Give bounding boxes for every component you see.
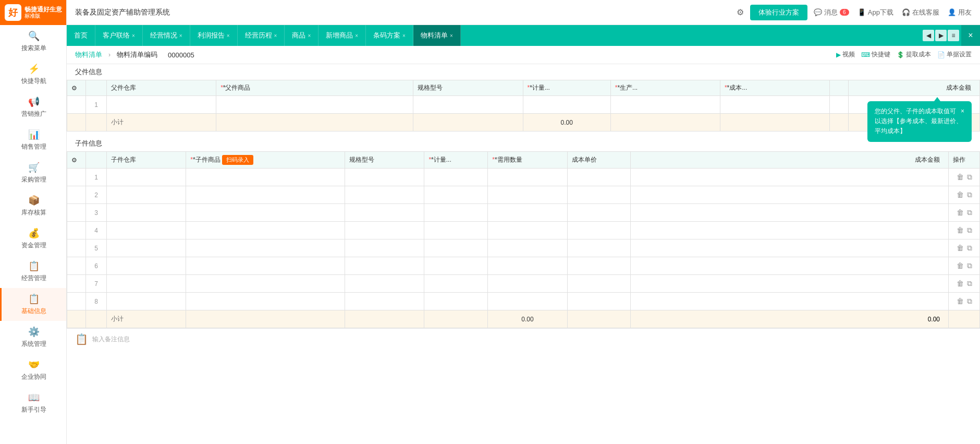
- child-row-unit-price-2[interactable]: [567, 186, 631, 204]
- copy-icon-4[interactable]: ⧉: [967, 226, 972, 235]
- child-row-qty-8[interactable]: [488, 293, 567, 310]
- child-row-warehouse-3[interactable]: [107, 204, 186, 222]
- sidebar-item-quick-nav[interactable]: ⚡ 快捷导航: [0, 58, 66, 91]
- delete-icon-3[interactable]: 🗑: [957, 208, 964, 217]
- child-row-qty-6[interactable]: [488, 257, 567, 275]
- child-row-product-3[interactable]: [186, 204, 345, 222]
- tab-operations[interactable]: 经营情况 ×: [143, 25, 190, 46]
- tab-customer[interactable]: 客户联络 ×: [95, 25, 143, 46]
- child-row-product-4[interactable]: [186, 222, 345, 239]
- copy-icon-3[interactable]: ⧉: [967, 208, 972, 217]
- child-row-warehouse-1[interactable]: [107, 169, 186, 186]
- child-row-unit-price-8[interactable]: [567, 293, 631, 310]
- delete-icon-2[interactable]: 🗑: [957, 190, 964, 199]
- child-row-unit-3[interactable]: [424, 204, 488, 222]
- child-row-unit-8[interactable]: [424, 293, 488, 310]
- child-row-spec-5[interactable]: [345, 239, 424, 257]
- child-row-unit-price-3[interactable]: [567, 204, 631, 222]
- child-row-unit-price-7[interactable]: [567, 275, 631, 293]
- breadcrumb-parent[interactable]: 物料清单: [75, 50, 102, 59]
- user-btn[interactable]: 👤 用友: [948, 8, 972, 17]
- tooltip-close-btn[interactable]: ×: [961, 106, 964, 116]
- sidebar-item-system[interactable]: ⚙️ 系统管理: [0, 321, 66, 354]
- parent-row-warehouse[interactable]: [107, 96, 216, 114]
- shortcut-btn[interactable]: ⌨ 快捷键: [861, 50, 890, 59]
- sidebar-item-purchase[interactable]: 🛒 采购管理: [0, 157, 66, 189]
- copy-icon-5[interactable]: ⧉: [967, 244, 972, 253]
- sidebar-item-finance[interactable]: 💰 资金管理: [0, 222, 66, 255]
- tab-profit[interactable]: 利润报告 ×: [190, 25, 238, 46]
- tab-history-close[interactable]: ×: [274, 33, 277, 39]
- child-row-product-7[interactable]: [186, 275, 345, 293]
- copy-icon-8[interactable]: ⧉: [967, 297, 972, 306]
- tab-history[interactable]: 经营历程 ×: [238, 25, 285, 46]
- tab-goods[interactable]: 商品 ×: [285, 25, 318, 46]
- sidebar-item-sales[interactable]: 📊 销售管理: [0, 124, 66, 157]
- copy-icon-7[interactable]: ⧉: [967, 279, 972, 288]
- delete-icon-1[interactable]: 🗑: [957, 173, 964, 182]
- tab-barcode[interactable]: 条码方案 ×: [366, 25, 413, 46]
- copy-icon-1[interactable]: ⧉: [967, 173, 972, 182]
- delete-icon-6[interactable]: 🗑: [957, 261, 964, 270]
- parent-row-spec[interactable]: [413, 96, 523, 114]
- child-row-warehouse-2[interactable]: [107, 186, 186, 204]
- delete-icon-8[interactable]: 🗑: [957, 297, 964, 306]
- delete-icon-7[interactable]: 🗑: [957, 279, 964, 288]
- parent-row-unit[interactable]: [523, 96, 610, 114]
- nav-prev-btn[interactable]: ◀: [923, 30, 934, 41]
- child-row-qty-2[interactable]: [488, 186, 567, 204]
- child-row-unit-4[interactable]: [424, 222, 488, 239]
- child-row-spec-2[interactable]: [345, 186, 424, 204]
- tab-customer-close[interactable]: ×: [132, 33, 135, 39]
- child-row-product-5[interactable]: [186, 239, 345, 257]
- child-row-spec-1[interactable]: [345, 169, 424, 186]
- tab-add-goods[interactable]: 新增商品 ×: [318, 25, 366, 46]
- parent-row-cost[interactable]: [720, 96, 829, 114]
- child-row-warehouse-7[interactable]: [107, 275, 186, 293]
- child-row-product-2[interactable]: [186, 186, 345, 204]
- child-row-warehouse-5[interactable]: [107, 239, 186, 257]
- child-row-unit-1[interactable]: [424, 169, 488, 186]
- tab-ops-close[interactable]: ×: [179, 33, 182, 39]
- parent-row-prod[interactable]: [610, 96, 720, 114]
- sidebar-item-collab[interactable]: 🤝 企业协同: [0, 354, 66, 387]
- tab-barcode-close[interactable]: ×: [402, 33, 406, 39]
- child-row-unit-price-6[interactable]: [567, 257, 631, 275]
- view-video-btn[interactable]: ▶ 视频: [836, 50, 855, 59]
- child-row-unit-2[interactable]: [424, 186, 488, 204]
- delete-icon-5[interactable]: 🗑: [957, 244, 964, 253]
- child-row-product-1[interactable]: [186, 169, 345, 186]
- child-row-product-8[interactable]: [186, 293, 345, 310]
- gear-icon[interactable]: ⚙: [737, 7, 744, 17]
- parent-row-extra[interactable]: [830, 96, 849, 114]
- copy-icon-6[interactable]: ⧉: [967, 261, 972, 270]
- child-row-qty-1[interactable]: [488, 169, 567, 186]
- child-row-spec-8[interactable]: [345, 293, 424, 310]
- tab-bom[interactable]: 物料清单 ×: [413, 25, 461, 46]
- tab-goods-close[interactable]: ×: [308, 33, 311, 39]
- child-row-unit-6[interactable]: [424, 257, 488, 275]
- tab-bom-close[interactable]: ×: [450, 33, 453, 39]
- tab-profit-close[interactable]: ×: [227, 33, 230, 39]
- nav-list-btn[interactable]: ≡: [948, 30, 959, 41]
- sidebar-item-marketing[interactable]: 📢 营销推广: [0, 91, 66, 124]
- child-row-product-6[interactable]: [186, 257, 345, 275]
- copy-icon-2[interactable]: ⧉: [967, 190, 972, 199]
- delete-icon-4[interactable]: 🗑: [957, 226, 964, 235]
- child-row-spec-6[interactable]: [345, 257, 424, 275]
- parent-row-product[interactable]: [216, 96, 413, 114]
- page-close-btn[interactable]: ×: [961, 25, 980, 46]
- tab-home[interactable]: 首页: [67, 25, 95, 46]
- sidebar-item-basic-info[interactable]: 📋 基础信息: [0, 288, 66, 321]
- online-service-btn[interactable]: 🎧 在线客服: [902, 8, 939, 17]
- child-row-unit-7[interactable]: [424, 275, 488, 293]
- sidebar-item-operations[interactable]: 📋 经营管理: [0, 255, 66, 288]
- child-row-unit-price-5[interactable]: [567, 239, 631, 257]
- child-row-qty-4[interactable]: [488, 222, 567, 239]
- app-download-btn[interactable]: 📱 App下载: [858, 8, 893, 17]
- child-row-qty-7[interactable]: [488, 275, 567, 293]
- child-row-spec-7[interactable]: [345, 275, 424, 293]
- sidebar-item-guide[interactable]: 📖 新手引导: [0, 387, 66, 419]
- single-setting-btn[interactable]: 📄 单据设置: [937, 50, 972, 59]
- sidebar-item-search[interactable]: 🔍 搜索菜单: [0, 25, 66, 58]
